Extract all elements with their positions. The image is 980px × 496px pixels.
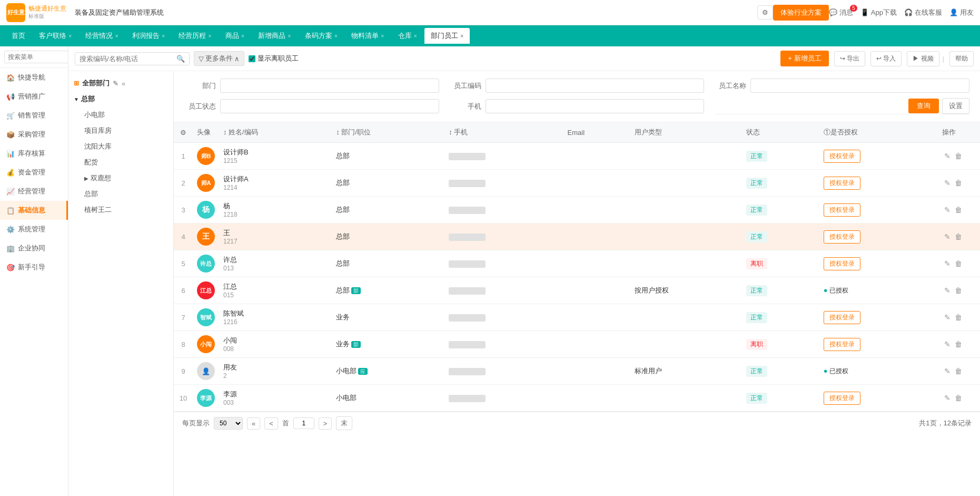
tab-customer[interactable]: 客户联络 × <box>33 28 78 44</box>
sidebar-item-basic-info[interactable]: 📋 基础信息 <box>0 201 68 220</box>
close-icon[interactable]: × <box>460 33 463 39</box>
close-icon[interactable]: × <box>414 33 417 39</box>
delete-button[interactable]: 🗑 <box>953 366 964 376</box>
prev-page-button[interactable]: < <box>264 417 278 430</box>
close-icon[interactable]: × <box>115 33 118 39</box>
sidebar-item-operations[interactable]: 📈 经营管理 <box>0 182 68 201</box>
help-button[interactable]: 帮助 <box>949 51 974 66</box>
sidebar-item-inventory[interactable]: 📊 库存核算 <box>0 144 68 163</box>
sidebar-search-input[interactable] <box>4 51 68 63</box>
tab-barcode[interactable]: 条码方案 × <box>299 28 344 44</box>
dept-item-zhishu[interactable]: 植树王二 <box>68 202 173 218</box>
delete-button[interactable]: 🗑 <box>953 178 964 188</box>
tab-history[interactable]: 经营历程 × <box>172 28 217 44</box>
trial-button[interactable]: 体验行业方案 <box>773 5 829 21</box>
edit-button[interactable]: ✎ <box>942 366 953 376</box>
col-dept-pos[interactable]: ↕ 部门/职位 <box>332 122 444 143</box>
search-input[interactable] <box>80 55 174 63</box>
edit-button[interactable]: ✎ <box>942 231 953 242</box>
close-icon[interactable]: × <box>68 33 72 39</box>
tab-goods[interactable]: 商品 × <box>219 28 251 44</box>
view-button[interactable]: ▶ 视频 <box>907 51 939 66</box>
show-resigned-label[interactable]: 显示离职员工 <box>249 54 299 63</box>
query-button[interactable]: 查询 <box>908 99 939 113</box>
dept-item-zongbu[interactable]: 总部 <box>68 186 173 202</box>
auth-login-button[interactable]: 授权登录 <box>824 203 860 217</box>
tab-dept-employee[interactable]: 部门员工 × <box>424 28 470 44</box>
close-icon[interactable]: × <box>208 33 211 39</box>
tab-material[interactable]: 物料清单 × <box>345 28 390 44</box>
dept-filter-select[interactable] <box>220 79 439 93</box>
emp-name-input[interactable] <box>750 79 969 93</box>
col-phone[interactable]: ↕ 手机 <box>444 122 563 143</box>
delete-button[interactable]: 🗑 <box>953 258 964 269</box>
dept-item-shenyang[interactable]: 沈阳大库 <box>68 139 173 154</box>
import-button[interactable]: ↩ 导入 <box>870 51 902 66</box>
edit-button[interactable]: ✎ <box>942 393 953 403</box>
page-input[interactable] <box>293 417 314 429</box>
phone-input[interactable] <box>486 99 705 113</box>
sidebar-item-sales[interactable]: 🛒 销售管理 <box>0 106 68 125</box>
tab-business[interactable]: 经营情况 × <box>79 28 124 44</box>
auth-login-button[interactable]: 授权登录 <box>824 338 860 351</box>
delete-button[interactable]: 🗑 <box>953 205 964 215</box>
edit-button[interactable]: ✎ <box>942 205 953 215</box>
auth-login-button[interactable]: 授权登录 <box>824 150 860 163</box>
edit-button[interactable]: ✎ <box>942 151 953 161</box>
delete-button[interactable]: 🗑 <box>953 231 964 242</box>
close-icon[interactable]: × <box>288 33 291 39</box>
close-icon[interactable]: × <box>241 33 244 39</box>
dept-group-root[interactable]: ▼ 总部 <box>68 91 173 107</box>
more-filter-button[interactable]: ▽ 更多条件 ∧ <box>194 51 244 66</box>
collapse-icon[interactable]: « <box>122 80 125 87</box>
edit-button[interactable]: ✎ <box>942 285 953 296</box>
delete-button[interactable]: 🗑 <box>953 312 964 323</box>
delete-button[interactable]: 🗑 <box>953 339 964 349</box>
sidebar-item-guide[interactable]: 🎯 新手引导 <box>0 258 68 277</box>
delete-button[interactable]: 🗑 <box>953 151 964 161</box>
message-action[interactable]: 💬 消息 5 <box>829 8 853 17</box>
online-service-action[interactable]: 🎧 在线客服 <box>904 8 942 17</box>
auth-login-button[interactable]: 授权登录 <box>824 257 860 270</box>
show-resigned-checkbox[interactable] <box>249 55 255 62</box>
emp-code-input[interactable] <box>486 79 705 93</box>
emp-status-select[interactable] <box>220 99 439 113</box>
set-button[interactable]: 设置 <box>942 98 969 114</box>
sidebar-item-quick-nav[interactable]: 🏠 快捷导航 <box>0 68 68 87</box>
dept-item-project[interactable]: 项目库房 <box>68 123 173 139</box>
last-page-button[interactable]: 末 <box>336 416 352 430</box>
close-icon[interactable]: × <box>381 33 384 39</box>
gear-button[interactable]: ⚙ <box>757 5 773 20</box>
auth-login-button[interactable]: 授权登录 <box>824 311 860 324</box>
sidebar-item-system[interactable]: ⚙️ 系统管理 <box>0 220 68 239</box>
edit-button[interactable]: ✎ <box>942 312 953 323</box>
export-button[interactable]: ↪ 导出 <box>834 51 865 66</box>
edit-icon[interactable]: ✎ <box>113 80 118 87</box>
add-employee-button[interactable]: + 新增员工 <box>780 51 828 66</box>
sidebar-item-marketing[interactable]: 📢 营销推广 <box>0 87 68 106</box>
edit-button[interactable]: ✎ <box>942 178 953 188</box>
dept-item-peihuo[interactable]: 配货 <box>68 154 173 170</box>
tab-new-goods[interactable]: 新增商品 × <box>252 28 297 44</box>
delete-button[interactable]: 🗑 <box>953 285 964 296</box>
next-page-button[interactable]: > <box>319 417 332 430</box>
page-size-select[interactable]: 50 100 200 <box>214 417 243 430</box>
dept-item-shuang[interactable]: ▶ 双鹿想 <box>68 170 173 186</box>
delete-button[interactable]: 🗑 <box>953 393 964 403</box>
edit-button[interactable]: ✎ <box>942 258 953 269</box>
sidebar-item-purchase[interactable]: 📦 采购管理 <box>0 125 68 144</box>
col-name-code[interactable]: ↕ 姓名/编码 <box>219 122 332 143</box>
app-download-action[interactable]: 📱 App下载 <box>860 8 897 17</box>
auth-login-button[interactable]: 授权登录 <box>824 177 860 190</box>
auth-login-button[interactable]: 授权登录 <box>824 230 860 244</box>
close-icon[interactable]: × <box>162 33 165 39</box>
dept-item-xiao-dian[interactable]: 小电部 <box>68 107 173 123</box>
tab-home[interactable]: 首页 <box>5 28 32 44</box>
close-icon[interactable]: × <box>334 33 338 39</box>
tab-warehouse[interactable]: 仓库 × <box>392 28 423 44</box>
sidebar-item-finance[interactable]: 💰 资金管理 <box>0 163 68 182</box>
auth-login-button[interactable]: 授权登录 <box>824 392 860 405</box>
first-page-button[interactable]: « <box>247 417 260 430</box>
sidebar-item-corp[interactable]: 🏢 企业协同 <box>0 239 68 258</box>
edit-button[interactable]: ✎ <box>942 339 953 349</box>
